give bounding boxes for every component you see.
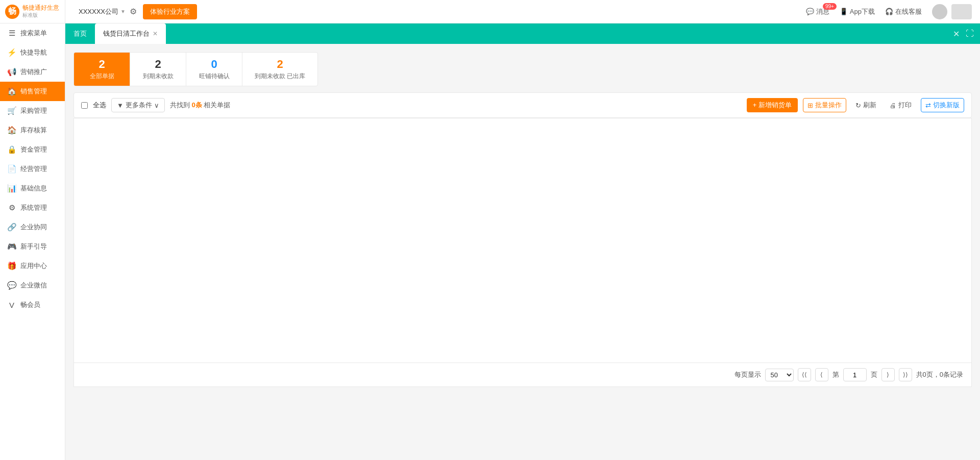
page-number-input[interactable] <box>843 368 867 381</box>
logo-text-area: 畅捷通好生意 标准版 <box>22 4 59 19</box>
sidebar-item-5[interactable]: 🏠库存核算 <box>0 120 65 140</box>
menu-label-7: 经营管理 <box>20 164 47 174</box>
message-btn[interactable]: 💬 消息 99+ <box>806 7 829 16</box>
print-label: 打印 <box>898 101 912 110</box>
select-all-checkbox[interactable] <box>81 102 88 109</box>
tabbar-minimize-icon[interactable]: ✕ <box>953 29 960 39</box>
result-prefix: 共找到 <box>170 101 190 109</box>
menu-icon-1: ⚡ <box>7 48 16 57</box>
tabbar-expand-icon[interactable]: ⛶ <box>966 29 974 38</box>
company-selector[interactable]: XXXXXX公司 ▼ <box>79 7 126 16</box>
stats-tab-1[interactable]: 2到期未收款 <box>130 53 186 86</box>
batch-operation-button[interactable]: ⊞ 批量操作 <box>803 98 846 112</box>
page-label: 第 <box>832 370 839 379</box>
refresh-button[interactable]: ↻ 刷新 <box>851 99 880 112</box>
page-next-button[interactable]: ⟩ <box>881 368 895 381</box>
menu-label-0: 搜索菜单 <box>20 29 47 38</box>
page-last-button[interactable]: ⟩⟩ <box>899 368 912 381</box>
total-label: 共0页，0条记录 <box>916 370 963 379</box>
batch-label: 批量操作 <box>815 101 842 110</box>
sidebar-item-8[interactable]: 📊基础信息 <box>0 179 65 198</box>
sidebar-item-11[interactable]: 🎮新手引导 <box>0 237 65 256</box>
page-prev-button[interactable]: ⟨ <box>815 368 828 381</box>
trial-button[interactable]: 体验行业方案 <box>143 4 197 19</box>
stats-tabs: 2全部单据2到期未收款0旺铺待确认2到期未收款 已出库 <box>74 52 318 86</box>
add-sale-button[interactable]: + 新增销货单 <box>747 98 798 112</box>
print-icon: 🖨 <box>890 102 896 109</box>
tab-home-label: 首页 <box>74 29 87 38</box>
switch-version-button[interactable]: ⇄ 切换新版 <box>921 98 964 112</box>
stats-label-3: 到期未收款 已出库 <box>255 72 305 81</box>
menu-icon-4: 🛒 <box>7 106 16 115</box>
menu-icon-12: 🎁 <box>7 261 16 271</box>
menu-icon-9: ⚙ <box>7 203 16 212</box>
sidebar-item-3[interactable]: 🏠销售管理 <box>0 82 65 101</box>
tab-home[interactable]: 首页 <box>65 23 95 44</box>
menu-icon-5: 🏠 <box>7 126 16 135</box>
menu-label-14: 畅会员 <box>20 300 40 309</box>
per-page-label: 每页显示 <box>734 370 761 379</box>
filter-button[interactable]: ▼ 更多条件 ∨ <box>111 98 165 112</box>
settings-icon[interactable]: ⚙ <box>130 7 137 16</box>
online-service-btn[interactable]: 🎧 在线客服 <box>885 7 922 16</box>
switch-label: 切换新版 <box>933 101 960 110</box>
stats-tab-3[interactable]: 2到期未收款 已出库 <box>242 53 317 86</box>
menu-icon-7: 📄 <box>7 164 16 174</box>
select-all-label: 全选 <box>93 101 106 110</box>
filter-arrow-icon: ∨ <box>154 102 159 109</box>
sidebar-item-1[interactable]: ⚡快捷导航 <box>0 43 65 62</box>
per-page-select[interactable]: 50 100 200 <box>765 369 794 381</box>
sidebar-item-0[interactable]: ☰搜索菜单 <box>0 23 65 43</box>
stats-num-3: 2 <box>255 58 305 71</box>
menu-icon-13: 💬 <box>7 281 16 290</box>
menu-icon-11: 🎮 <box>7 242 16 251</box>
page-first-button[interactable]: ⟨⟨ <box>798 368 811 381</box>
headset-icon: 🎧 <box>885 8 893 15</box>
menu-icon-10: 🔗 <box>7 223 16 232</box>
menu-icon-0: ☰ <box>7 29 16 38</box>
sidebar-item-9[interactable]: ⚙系统管理 <box>0 198 65 217</box>
menu-icon-3: 🏠 <box>7 87 16 96</box>
logo-icon: 畅 <box>5 5 19 19</box>
stats-num-1: 2 <box>142 58 174 71</box>
tab-close-icon[interactable]: ✕ <box>153 30 158 37</box>
refresh-label: 刷新 <box>863 101 876 110</box>
refresh-icon: ↻ <box>855 102 861 109</box>
result-text: 共找到 0条 相关单据 <box>170 101 230 110</box>
pagination: 每页显示 50 100 200 ⟨⟨ ⟨ 第 页 ⟩ ⟩⟩ 共0页，0条记录 <box>74 363 972 387</box>
sidebar: 畅 畅捷通好生意 标准版 ☰搜索菜单⚡快捷导航📢营销推广🏠销售管理🛒采购管理🏠库… <box>0 0 65 460</box>
app-download-label: App下载 <box>850 7 875 16</box>
sidebar-item-13[interactable]: 💬企业微信 <box>0 276 65 295</box>
menu-icon-8: 📊 <box>7 184 16 193</box>
sidebar-item-2[interactable]: 📢营销推广 <box>0 62 65 82</box>
sidebar-item-6[interactable]: 🔒资金管理 <box>0 140 65 159</box>
sidebar-item-10[interactable]: 🔗企业协同 <box>0 217 65 237</box>
print-button[interactable]: 🖨 打印 <box>886 99 916 112</box>
main-content: 2全部单据2到期未收款0旺铺待确认2到期未收款 已出库 全选 ▼ 更多条件 ∨ … <box>65 44 980 460</box>
sidebar-logo-area: 畅 畅捷通好生意 标准版 <box>0 0 65 23</box>
avatar-area[interactable] <box>932 4 972 19</box>
topbar: XXXXXX公司 ▼ ⚙ 体验行业方案 💬 消息 99+ 📱 App下载 🎧 在… <box>65 0 980 23</box>
menu-label-1: 快捷导航 <box>20 48 47 57</box>
page-suffix: 页 <box>871 370 877 379</box>
toolbar: 全选 ▼ 更多条件 ∨ 共找到 0条 相关单据 + 新增销货单 ⊞ 批量操作 ↻… <box>74 92 972 118</box>
message-icon: 💬 <box>806 8 814 15</box>
menu-label-6: 资金管理 <box>20 145 47 154</box>
tab-workbench[interactable]: 钱货日清工作台 ✕ <box>95 23 166 44</box>
table-area <box>74 118 972 363</box>
sidebar-item-4[interactable]: 🛒采购管理 <box>0 101 65 120</box>
menu-icon-6: 🔒 <box>7 145 16 154</box>
stats-tab-2[interactable]: 0旺铺待确认 <box>186 53 242 86</box>
menu-icon-14: V <box>7 301 16 309</box>
sidebar-item-12[interactable]: 🎁应用中心 <box>0 256 65 276</box>
menu-label-13: 企业微信 <box>20 281 47 290</box>
menu-label-3: 销售管理 <box>20 87 47 96</box>
sidebar-item-14[interactable]: V畅会员 <box>0 295 65 314</box>
menu-label-5: 库存核算 <box>20 126 47 135</box>
menu-label-4: 采购管理 <box>20 106 47 115</box>
sidebar-item-7[interactable]: 📄经营管理 <box>0 159 65 179</box>
menu-icon-2: 📢 <box>7 67 16 77</box>
stats-tab-0[interactable]: 2全部单据 <box>74 53 130 86</box>
app-download-btn[interactable]: 📱 App下载 <box>840 7 875 16</box>
switch-icon: ⇄ <box>925 102 931 109</box>
